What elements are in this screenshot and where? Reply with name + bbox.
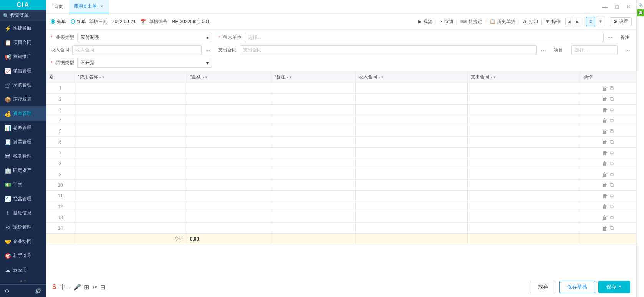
toolbar-action-shortcut[interactable]: ⌨快捷键 xyxy=(460,18,482,25)
close-button[interactable]: ✕ xyxy=(624,3,633,11)
nav-prev-button[interactable]: ◀ xyxy=(565,18,573,25)
toolbar-action-history[interactable]: 📋历史单据 xyxy=(490,18,515,25)
row-amount-2[interactable] xyxy=(187,94,271,105)
row-amount-14[interactable] xyxy=(187,223,271,234)
sidebar-item-accounting[interactable]: 📊总账管理 xyxy=(0,121,46,135)
row-remark-7[interactable] xyxy=(271,148,355,158)
footer-icon-table[interactable]: ⊞ xyxy=(84,284,89,291)
row-copy-10[interactable]: ⧉ xyxy=(610,182,614,188)
sidebar-search[interactable]: 🔍 搜索菜单 xyxy=(0,10,46,21)
row-remark-6[interactable] xyxy=(271,137,355,148)
row-delete-14[interactable]: 🗑 xyxy=(602,225,608,231)
row-amount-7[interactable] xyxy=(187,148,271,158)
row-remark-4[interactable] xyxy=(271,115,355,126)
row-amount-1[interactable] xyxy=(187,83,271,94)
toolbar-action-print[interactable]: 🖨打印 xyxy=(523,18,538,25)
row-delete-12[interactable]: 🗑 xyxy=(602,204,608,210)
row-copy-6[interactable]: ⧉ xyxy=(610,139,614,145)
counterpart-more-icon[interactable]: ··· xyxy=(606,34,614,41)
row-delete-5[interactable]: 🗑 xyxy=(602,128,608,134)
row-remark-3[interactable] xyxy=(271,105,355,115)
row-amount-12[interactable] xyxy=(187,201,271,212)
row-expense-7[interactable] xyxy=(468,148,580,158)
calendar-icon[interactable]: 📅 xyxy=(140,19,146,24)
row-copy-5[interactable]: ⧉ xyxy=(610,128,614,134)
row-name-8[interactable] xyxy=(74,158,187,169)
volume-icon[interactable]: 🔊 xyxy=(35,288,41,294)
sidebar-item-fixed-assets[interactable]: 🏢固定资产 xyxy=(0,163,46,178)
sidebar-item-tax[interactable]: 🏛税务管理 xyxy=(0,149,46,163)
counterpart-input[interactable]: 选择... xyxy=(245,33,604,42)
income-contract-input[interactable]: 收入合同 xyxy=(72,45,202,55)
date-value[interactable]: 2022-09-21 xyxy=(112,19,136,24)
maximize-button[interactable]: □ xyxy=(613,3,621,11)
row-income-4[interactable] xyxy=(355,115,468,126)
row-amount-11[interactable] xyxy=(187,191,271,201)
row-income-10[interactable] xyxy=(355,180,468,191)
row-income-2[interactable] xyxy=(355,94,468,105)
row-amount-3[interactable] xyxy=(187,105,271,115)
row-income-11[interactable] xyxy=(355,191,468,201)
row-name-12[interactable] xyxy=(74,201,187,212)
row-name-5[interactable] xyxy=(74,126,187,137)
invoice-type-input[interactable]: 不开票 ▾ xyxy=(77,58,212,68)
col-header-amount[interactable]: *金额▲▼ xyxy=(187,71,271,83)
row-delete-7[interactable]: 🗑 xyxy=(602,150,608,156)
sidebar-item-enterprise[interactable]: 🤝企业协同 xyxy=(0,234,46,249)
row-income-1[interactable] xyxy=(355,83,468,94)
row-copy-13[interactable]: ⧉ xyxy=(610,214,614,221)
row-delete-13[interactable]: 🗑 xyxy=(602,214,608,221)
footer-icon-cut[interactable]: ✂ xyxy=(92,284,97,291)
col-header-name[interactable]: *费用名称▲▼ xyxy=(74,71,187,83)
toolbar-action-video[interactable]: ▶视频 xyxy=(418,18,432,25)
row-income-3[interactable] xyxy=(355,105,468,115)
row-expense-11[interactable] xyxy=(468,191,580,201)
project-input[interactable]: 选择... xyxy=(571,45,618,55)
row-income-14[interactable] xyxy=(355,223,468,234)
footer-icon-mic[interactable]: 🎤 xyxy=(73,284,81,291)
view-list-button[interactable]: ≡ xyxy=(586,17,595,26)
sidebar-item-finance[interactable]: 💰资金管理 xyxy=(0,106,46,121)
row-copy-8[interactable]: ⧉ xyxy=(610,160,614,167)
row-income-5[interactable] xyxy=(355,126,468,137)
row-amount-8[interactable] xyxy=(187,158,271,169)
sidebar-item-inventory[interactable]: 📦库存核算 xyxy=(0,92,46,106)
row-amount-9[interactable] xyxy=(187,169,271,180)
col-header-remark[interactable]: *备注▲▼ xyxy=(271,71,355,83)
row-delete-10[interactable]: 🗑 xyxy=(602,182,608,188)
row-name-6[interactable] xyxy=(74,137,187,148)
sidebar-item-sales[interactable]: 📈销售管理 xyxy=(0,64,46,78)
sidebar-item-system[interactable]: ⚙系统管理 xyxy=(0,220,46,234)
row-name-10[interactable] xyxy=(74,180,187,191)
row-copy-14[interactable]: ⧉ xyxy=(610,225,614,231)
save-button[interactable]: 保存 ∧ xyxy=(598,281,630,293)
row-name-7[interactable] xyxy=(74,148,187,158)
settings-icon[interactable]: ⚙ xyxy=(5,288,10,294)
row-expense-13[interactable] xyxy=(468,212,580,223)
blue-bill-radio[interactable]: 蓝单 xyxy=(51,18,66,25)
row-name-14[interactable] xyxy=(74,223,187,234)
row-name-3[interactable] xyxy=(74,105,187,115)
row-delete-2[interactable]: 🗑 xyxy=(602,96,608,102)
row-remark-13[interactable] xyxy=(271,212,355,223)
row-remark-8[interactable] xyxy=(271,158,355,169)
row-copy-11[interactable]: ⧉ xyxy=(610,192,614,199)
row-amount-6[interactable] xyxy=(187,137,271,148)
row-amount-10[interactable] xyxy=(187,180,271,191)
sidebar-item-cloud-app[interactable]: ☁云应用 xyxy=(0,263,46,277)
footer-icon-dot[interactable]: · xyxy=(69,284,70,290)
row-expense-9[interactable] xyxy=(468,169,580,180)
sidebar-item-salary[interactable]: 💵工资 xyxy=(0,178,46,192)
tab-home[interactable]: 首页 xyxy=(49,0,68,13)
row-expense-4[interactable] xyxy=(468,115,580,126)
income-contract-more-icon[interactable]: ··· xyxy=(204,47,212,54)
sidebar-item-invoice[interactable]: 🧾发票管理 xyxy=(0,135,46,149)
row-copy-3[interactable]: ⧉ xyxy=(610,106,614,113)
row-remark-10[interactable] xyxy=(271,180,355,191)
tab-expense[interactable]: 费用支出单✕ xyxy=(69,0,109,13)
toolbar-action-help[interactable]: ?帮助 xyxy=(440,18,453,25)
settings-button[interactable]: ⚙ 设置 xyxy=(610,17,632,26)
row-remark-11[interactable] xyxy=(271,191,355,201)
row-remark-5[interactable] xyxy=(271,126,355,137)
row-copy-1[interactable]: ⧉ xyxy=(610,85,614,91)
